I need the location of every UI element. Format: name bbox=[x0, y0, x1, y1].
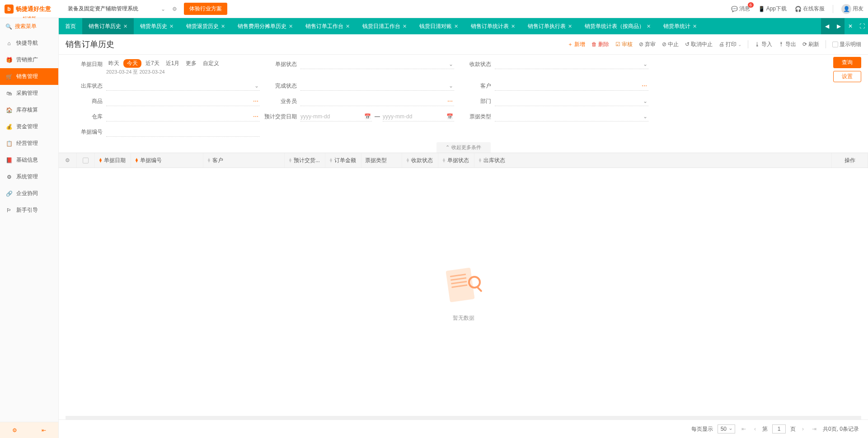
date-pill[interactable]: 自定义 bbox=[201, 59, 221, 68]
tab[interactable]: 销售订单统计表✕ bbox=[464, 18, 521, 34]
first-page-button[interactable]: ⇤ bbox=[740, 426, 748, 432]
close-icon[interactable]: ✕ bbox=[693, 23, 697, 29]
sidebar-item-sales[interactable]: 🛒销售管理 bbox=[0, 68, 58, 85]
sidebar-item-guide[interactable]: 🏳新手引导 bbox=[0, 202, 58, 219]
download-button[interactable]: 📱 App下载 bbox=[758, 5, 787, 13]
prev-page-button[interactable]: ‹ bbox=[752, 426, 758, 432]
expect-date-from[interactable]: yyyy-mm-dd📅 bbox=[300, 112, 372, 121]
sidebar-settings-button[interactable]: ⚙ bbox=[0, 422, 29, 438]
col-label: 单据日期 bbox=[104, 157, 126, 164]
tab[interactable]: 首页 bbox=[59, 18, 82, 34]
out-status-select[interactable]: ⌄ bbox=[106, 81, 260, 91]
close-icon[interactable]: ✕ bbox=[454, 23, 458, 29]
col-docno[interactable]: ▲▼单据编号 bbox=[131, 153, 203, 168]
receipt-status-select[interactable]: ⌄ bbox=[495, 59, 648, 69]
last-page-button[interactable]: ⇥ bbox=[810, 426, 818, 432]
collapse-filters-button[interactable]: ⌃ 收起更多条件 bbox=[436, 142, 491, 153]
close-icon[interactable]: ✕ bbox=[568, 23, 572, 29]
close-icon[interactable]: ✕ bbox=[346, 23, 350, 29]
cancel-stop-button[interactable]: ↺取消中止 bbox=[685, 41, 713, 48]
sidebar-item-basic[interactable]: 📕基础信息 bbox=[0, 152, 58, 168]
dept-select[interactable]: ⌄ bbox=[495, 96, 648, 106]
col-date[interactable]: ▲▼单据日期 bbox=[95, 153, 131, 168]
date-pill[interactable]: 昨天 bbox=[106, 59, 122, 68]
show-detail-toggle[interactable]: 显示明细 bbox=[832, 41, 861, 48]
horizontal-scrollbar[interactable] bbox=[66, 416, 861, 419]
tab[interactable]: 销货单统计✕ bbox=[657, 18, 703, 34]
settings-button[interactable]: 设置 bbox=[833, 71, 861, 82]
sidebar-item-collab[interactable]: 🔗企业协同 bbox=[0, 185, 58, 202]
tab-close-all[interactable]: ✕ bbox=[845, 18, 856, 34]
tab[interactable]: 销售订单执行表✕ bbox=[521, 18, 578, 34]
warehouse-picker[interactable]: ⋯ bbox=[106, 112, 260, 121]
tab[interactable]: 销货单历史✕ bbox=[134, 18, 180, 34]
col-docstatus[interactable]: ▲▼单据状态 bbox=[438, 153, 474, 168]
salesman-picker[interactable]: ⋯ bbox=[300, 96, 454, 106]
col-expect[interactable]: ▲▼预计交货... bbox=[285, 153, 325, 168]
ticket-type-select[interactable]: ⌄ bbox=[495, 112, 648, 121]
sidebar-item-inventory[interactable]: 🏠库存核算 bbox=[0, 102, 58, 118]
doc-status-select[interactable]: ⌄ bbox=[300, 59, 454, 69]
import-button[interactable]: ⭳导入 bbox=[755, 41, 772, 48]
service-button[interactable]: 🎧 在线客服 bbox=[795, 5, 825, 13]
tab-fullscreen[interactable]: ⛶ bbox=[856, 18, 868, 34]
close-icon[interactable]: ✕ bbox=[647, 23, 651, 29]
sidebar-item-purchase[interactable]: 🛍采购管理 bbox=[0, 85, 58, 102]
industry-plan-button[interactable]: 体验行业方案 bbox=[184, 3, 227, 15]
date-pill[interactable]: 今天 bbox=[123, 59, 141, 68]
tab[interactable]: 销货退货历史✕ bbox=[180, 18, 231, 34]
date-pill[interactable]: 更多 bbox=[183, 59, 199, 68]
col-amount[interactable]: ▲▼订单金额 bbox=[325, 153, 361, 168]
product-picker[interactable]: ⋯ bbox=[106, 96, 260, 106]
query-button[interactable]: 查询 bbox=[833, 57, 861, 68]
close-icon[interactable]: ✕ bbox=[123, 23, 127, 29]
search-menu[interactable]: 🔍 搜索菜单 bbox=[0, 18, 58, 35]
sidebar-collapse-button[interactable]: ⇤ bbox=[29, 422, 59, 438]
col-receipt[interactable]: ▲▼收款状态 bbox=[402, 153, 438, 168]
doc-no-input[interactable] bbox=[106, 127, 260, 137]
expect-date-to[interactable]: yyyy-mm-dd📅 bbox=[383, 112, 454, 121]
tab[interactable]: 钱货日清对账✕ bbox=[413, 18, 464, 34]
refresh-button[interactable]: ⟳刷新 bbox=[802, 41, 819, 48]
audit-button[interactable]: ☑审核 bbox=[615, 41, 633, 48]
finish-status-select[interactable]: ⌄ bbox=[300, 81, 454, 91]
gear-icon[interactable]: ⚙ bbox=[172, 6, 177, 12]
abandon-button[interactable]: ⊘弃审 bbox=[639, 41, 656, 48]
tab[interactable]: 钱货日清工作台✕ bbox=[356, 18, 413, 34]
close-icon[interactable]: ✕ bbox=[511, 23, 515, 29]
tab[interactable]: 销货单统计表（按商品）✕ bbox=[578, 18, 657, 34]
system-selector[interactable]: 装备及固定资产辅助管理系统 ⌄ bbox=[68, 5, 165, 13]
tab-scroll-left[interactable]: ◀ bbox=[821, 18, 833, 34]
page-size-select[interactable]: 50 bbox=[718, 424, 735, 433]
col-customer[interactable]: ▲▼客户 bbox=[203, 153, 285, 168]
tab[interactable]: 销售订单历史✕ bbox=[82, 18, 134, 34]
date-pill[interactable]: 近7天 bbox=[143, 59, 162, 68]
close-icon[interactable]: ✕ bbox=[221, 23, 225, 29]
tab[interactable]: 销售费用分摊单历史✕ bbox=[231, 18, 299, 34]
tab-scroll-right[interactable]: ▶ bbox=[833, 18, 845, 34]
col-outstatus[interactable]: ▲▼出库状态 bbox=[474, 153, 832, 168]
print-button[interactable]: 🖨打印⌄ bbox=[719, 41, 741, 48]
sidebar-item-marketing[interactable]: 🎁营销推广 bbox=[0, 51, 58, 68]
message-button[interactable]: 💬 消息 6 bbox=[731, 5, 750, 13]
user-menu[interactable]: 👤 用友 bbox=[841, 4, 863, 14]
close-icon[interactable]: ✕ bbox=[289, 23, 293, 29]
sidebar-item-quicknav[interactable]: ⌂快捷导航 bbox=[0, 35, 58, 51]
page-input[interactable]: 1 bbox=[772, 424, 786, 433]
date-pill[interactable]: 近1月 bbox=[164, 59, 182, 68]
table-settings-button[interactable]: ⚙ bbox=[59, 153, 77, 168]
sidebar-item-system[interactable]: ⚙系统管理 bbox=[0, 168, 58, 185]
col-ticket[interactable]: 票据类型 bbox=[361, 153, 402, 168]
next-page-button[interactable]: › bbox=[800, 426, 806, 432]
sidebar-item-finance[interactable]: 💰资金管理 bbox=[0, 118, 58, 135]
customer-picker[interactable]: ⋯ bbox=[495, 81, 648, 91]
sidebar-item-business[interactable]: 📋经营管理 bbox=[0, 135, 58, 152]
stop-button[interactable]: ⊘中止 bbox=[662, 41, 679, 48]
close-icon[interactable]: ✕ bbox=[169, 23, 174, 29]
delete-button[interactable]: 🗑删除 bbox=[591, 41, 609, 48]
close-icon[interactable]: ✕ bbox=[403, 23, 407, 29]
export-button[interactable]: ⭱导出 bbox=[779, 41, 796, 48]
select-all-checkbox[interactable] bbox=[77, 153, 95, 168]
add-button[interactable]: ＋新增 bbox=[568, 41, 585, 48]
tab[interactable]: 销售订单工作台✕ bbox=[299, 18, 356, 34]
